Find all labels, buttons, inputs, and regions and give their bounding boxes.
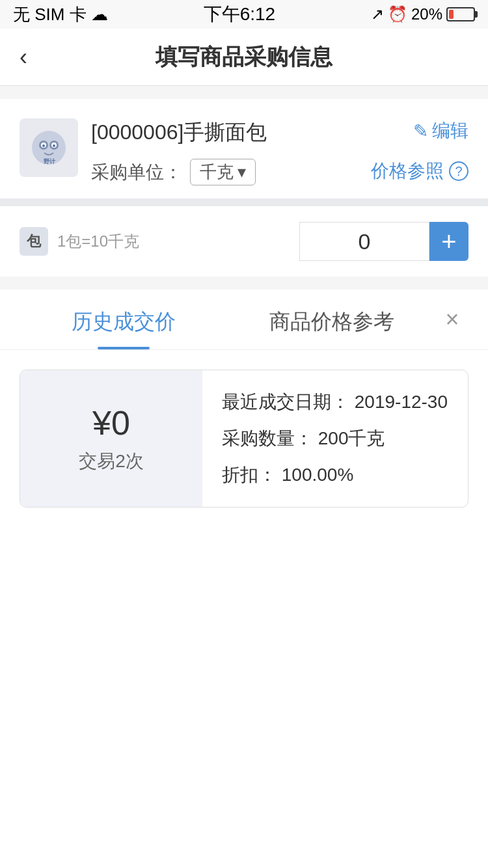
tab-close-button[interactable]: × xyxy=(436,303,468,336)
main-background xyxy=(0,527,488,868)
product-info: [0000006]手撕面包 采购单位： 千克 ▾ xyxy=(91,118,267,185)
dropdown-icon: ▾ xyxy=(237,162,246,182)
status-left: 无 SIM 卡 ☁ xyxy=(13,3,108,26)
unit-label: 采购单位： xyxy=(91,160,182,185)
tab-history-label: 历史成交价 xyxy=(72,310,176,333)
purchase-qty-value: 200千克 xyxy=(318,428,385,448)
history-price-value: ¥0 xyxy=(92,403,130,442)
sim-wifi-text: 无 SIM 卡 ☁ xyxy=(13,3,108,26)
tab-price-ref-label: 商品价格参考 xyxy=(269,310,394,333)
price-number: 0 xyxy=(111,404,130,442)
transaction-count: 交易2次 xyxy=(79,449,144,474)
battery-icon xyxy=(446,7,475,21)
location-icon: ↗ xyxy=(371,5,384,23)
page-title: 填写商品采购信息 xyxy=(156,42,332,72)
tab-header: 历史成交价 商品价格参考 × xyxy=(0,290,488,350)
currency-symbol: ¥ xyxy=(92,404,111,442)
tab-history-price[interactable]: 历史成交价 xyxy=(20,290,228,349)
svg-text:野计: 野计 xyxy=(44,158,56,165)
unit-value: 千克 xyxy=(200,161,234,183)
quantity-plus-button[interactable]: + xyxy=(429,222,468,261)
quantity-input[interactable] xyxy=(299,222,429,261)
recent-date-value: 2019-12-30 xyxy=(355,392,448,412)
section-divider xyxy=(0,198,488,206)
tab-section: 历史成交价 商品价格参考 × ¥0 交易2次 最近成交日期： 2019-12-3… xyxy=(0,290,488,527)
unit-selector[interactable]: 千克 ▾ xyxy=(190,159,256,185)
status-time: 下午6:12 xyxy=(204,2,276,27)
discount-label: 折扣： xyxy=(222,465,277,485)
history-price-section: ¥0 交易2次 xyxy=(20,370,202,507)
discount-row: 折扣： 100.00% xyxy=(222,463,448,487)
back-button[interactable]: ‹ xyxy=(0,44,47,71)
battery-percent: 20% xyxy=(411,5,442,23)
discount-value: 100.00% xyxy=(282,465,354,485)
price-ref-button[interactable]: 价格参照 ? xyxy=(371,159,468,183)
quantity-controls: + xyxy=(299,222,468,261)
product-unit-row: 采购单位： 千克 ▾ xyxy=(91,159,267,185)
battery-fill xyxy=(449,10,454,19)
svg-point-5 xyxy=(42,144,45,147)
product-header: 野计 [0000006]手撕面包 采购单位： 千克 ▾ ✎ 编辑 xyxy=(20,118,468,185)
product-logo-svg: 野计 xyxy=(29,128,68,167)
status-bar: 无 SIM 卡 ☁ 下午6:12 ↗ ⏰ 20% xyxy=(0,0,488,29)
svg-point-6 xyxy=(53,144,55,147)
edit-label: 编辑 xyxy=(432,118,468,143)
history-card: ¥0 交易2次 最近成交日期： 2019-12-30 采购数量： 200千克 折… xyxy=(20,370,468,508)
quantity-conversion: 1包=10千克 xyxy=(57,231,139,252)
edit-button[interactable]: ✎ 编辑 xyxy=(413,118,468,143)
nav-bar: ‹ 填写商品采购信息 xyxy=(0,29,488,86)
status-right: ↗ ⏰ 20% xyxy=(371,5,475,23)
quantity-label: 包 1包=10千克 xyxy=(20,227,139,256)
edit-icon: ✎ xyxy=(413,120,428,142)
product-name: [0000006]手撕面包 xyxy=(91,118,267,147)
product-thumbnail: 野计 xyxy=(20,118,78,177)
info-icon: ? xyxy=(449,161,468,181)
product-left: 野计 [0000006]手撕面包 采购单位： 千克 ▾ xyxy=(20,118,267,185)
purchase-qty-row: 采购数量： 200千克 xyxy=(222,426,448,451)
quantity-icon: 包 xyxy=(20,227,48,256)
recent-date-row: 最近成交日期： 2019-12-30 xyxy=(222,390,448,414)
product-card: 野计 [0000006]手撕面包 采购单位： 千克 ▾ ✎ 编辑 xyxy=(0,99,488,198)
history-content: ¥0 交易2次 最近成交日期： 2019-12-30 采购数量： 200千克 折… xyxy=(0,350,488,527)
quantity-row: 包 1包=10千克 + xyxy=(0,206,488,277)
product-right: ✎ 编辑 价格参照 ? xyxy=(371,118,468,183)
recent-date-label: 最近成交日期： xyxy=(222,392,349,412)
alarm-icon: ⏰ xyxy=(388,5,407,23)
history-detail-section: 最近成交日期： 2019-12-30 采购数量： 200千克 折扣： 100.0… xyxy=(202,370,468,507)
tab-price-ref[interactable]: 商品价格参考 xyxy=(228,290,436,349)
price-ref-label: 价格参照 xyxy=(371,159,444,183)
purchase-qty-label: 采购数量： xyxy=(222,428,313,448)
